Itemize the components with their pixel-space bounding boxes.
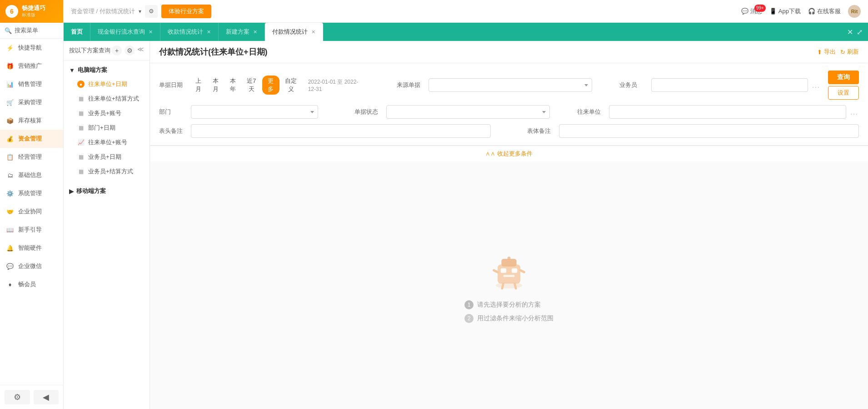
search-menu[interactable]: 🔍 搜索菜单	[0, 23, 63, 39]
sidebar-item-system[interactable]: ⚙️ 系统管理	[0, 184, 63, 202]
sidebar-items: ⚡ 快捷导航 🎁 营销推广 📊 销售管理 🛒 采购管理 📦 库存核算 💰 资金管…	[0, 39, 63, 293]
desktop-group-label: 电脑端方案	[78, 66, 107, 74]
scheme-item-salesman-account[interactable]: ▦业务员+账号	[64, 106, 150, 121]
app-download-action[interactable]: 📱 App下载	[769, 7, 801, 15]
breadcrumb-dropdown[interactable]: ▾	[139, 8, 141, 15]
app-label: App下载	[778, 7, 801, 15]
sidebar-item-enterprise[interactable]: 🤝 企业协同	[0, 202, 63, 221]
enterprise-label: 企业协同	[18, 207, 42, 216]
sidebar-item-basic-info[interactable]: 🗂 基础信息	[0, 166, 63, 184]
scheme-item-salesman-settle[interactable]: ▦业务员+结算方式	[64, 164, 150, 179]
query-button[interactable]: 查询	[828, 71, 859, 84]
purchase-label: 采购管理	[18, 98, 42, 106]
trial-button[interactable]: 体验行业方案	[161, 5, 211, 18]
date-btn-more[interactable]: 更多	[262, 76, 279, 95]
refresh-button[interactable]: ↻ 刷新	[840, 48, 859, 56]
desktop-scheme-group: ▼ 电脑端方案 ●往来单位+日期▦往来单位+结算方式▦业务员+账号▦部门+日期📈…	[64, 61, 150, 182]
tab-bank-flow[interactable]: 现金银行流水查询✕	[90, 23, 160, 41]
sidebar-item-guide[interactable]: 📖 新手引导	[0, 221, 63, 239]
tab-close-new-scheme[interactable]: ✕	[253, 29, 257, 35]
tab-close-bank-flow[interactable]: ✕	[149, 29, 153, 35]
side-panel-actions: + ⚙ ≪	[112, 45, 144, 56]
scheme-items: ●往来单位+日期▦往来单位+结算方式▦业务员+账号▦部门+日期📈往来单位+账号▦…	[64, 77, 150, 179]
settings-bottom-button[interactable]: ⚙	[5, 390, 30, 404]
empty-tip-2: 2 用过滤条件来缩小分析范围	[464, 314, 554, 323]
counterpart-label: 往来单位	[577, 108, 609, 116]
page-actions: ⬆ 导出 ↻ 刷新	[817, 48, 859, 56]
export-button[interactable]: ⬆ 导出	[817, 48, 836, 56]
source-select[interactable]	[429, 78, 592, 92]
smart-icon: 🔔	[5, 243, 15, 252]
scheme-item-salesman-date[interactable]: ▦业务员+日期	[64, 150, 150, 164]
date-btn-custom[interactable]: 自定义	[281, 76, 301, 95]
dept-select[interactable]	[191, 105, 318, 119]
scheme-settings-button[interactable]: ⚙	[125, 45, 135, 56]
salesman-settle-icon: ▦	[77, 168, 85, 175]
close-tab-button[interactable]: ✕	[847, 28, 853, 36]
maximize-button[interactable]: ⤢	[857, 28, 863, 36]
tab-close-receipt-stats[interactable]: ✕	[207, 29, 211, 35]
svg-rect-5	[501, 259, 516, 267]
sidebar-item-member[interactable]: ♦ 畅会员	[0, 275, 63, 293]
page-header: 付款情况统计(往来单位+日期) ⬆ 导出 ↻ 刷新	[150, 41, 868, 63]
date-btn-last-7-days[interactable]: 近7天	[243, 76, 260, 95]
scheme-item-counterpart-account[interactable]: 📈往来单位+账号	[64, 135, 150, 150]
sidebar-item-marketing[interactable]: 🎁 营销推广	[0, 57, 63, 75]
message-action[interactable]: 💬 消息 99+	[741, 7, 762, 15]
tip-number-2: 2	[464, 314, 474, 323]
sidebar-item-quick-nav[interactable]: ⚡ 快捷导航	[0, 39, 63, 57]
breadcrumb: 资金管理 / 付款情况统计	[71, 7, 135, 15]
date-range-value: 2022-01-01 至 2022-12-31	[308, 78, 360, 92]
collapse-bar[interactable]: ∧∧ 收起更多条件	[150, 146, 868, 162]
sales-label: 销售管理	[18, 80, 42, 88]
export-icon: ⬆	[817, 49, 822, 56]
doc-status-select[interactable]	[386, 105, 550, 119]
svg-rect-3	[512, 268, 518, 273]
collapse-label: 收起更多条件	[497, 150, 533, 157]
tabs-container: 首页现金银行流水查询✕收款情况统计✕新建方案✕付款情况统计✕	[64, 23, 323, 41]
header-note-input[interactable]	[191, 124, 491, 138]
desktop-group-header[interactable]: ▼ 电脑端方案	[64, 63, 150, 77]
sidebar-item-smart[interactable]: 🔔 智能硬件	[0, 239, 63, 257]
date-btn-this-year[interactable]: 本年	[225, 76, 241, 95]
sidebar-item-finance[interactable]: 💰 资金管理	[0, 130, 63, 148]
counterpart-dots[interactable]: …	[850, 107, 859, 117]
counterpart-settle-label: 往来单位+结算方式	[88, 95, 139, 103]
operation-icon: 📋	[5, 152, 15, 162]
body-note-input[interactable]	[559, 124, 859, 138]
add-scheme-button[interactable]: +	[112, 45, 122, 56]
date-btn-this-month[interactable]: 本月	[208, 76, 224, 95]
header-note-label: 表头备注	[159, 127, 191, 135]
collapse-side-panel-button[interactable]: ≪	[137, 45, 144, 56]
header-gear-button[interactable]: ⚙	[145, 5, 158, 18]
user-avatar[interactable]: Rit	[848, 5, 861, 18]
tab-close-payment-stats[interactable]: ✕	[311, 29, 315, 35]
tab-receipt-stats[interactable]: 收款情况统计✕	[160, 23, 219, 41]
scheme-item-dept-date[interactable]: ▦部门+日期	[64, 121, 150, 135]
sidebar-item-inventory[interactable]: 📦 库存核算	[0, 111, 63, 130]
purchase-icon: 🛒	[5, 98, 15, 107]
counterpart-input[interactable]	[609, 105, 846, 119]
salesman-input[interactable]	[651, 78, 808, 92]
settings-button[interactable]: 设置	[828, 86, 859, 100]
filter-row-2: 部门 单据状态 往来单位 …	[159, 105, 859, 119]
tab-payment-stats[interactable]: 付款情况统计✕	[265, 23, 323, 41]
date-btn-last-month[interactable]: 上月	[191, 76, 206, 95]
operation-label: 经营管理	[18, 153, 42, 161]
svg-line-8	[520, 270, 524, 272]
sidebar-item-purchase[interactable]: 🛒 采购管理	[0, 93, 63, 111]
scheme-item-counterpart-settle[interactable]: ▦往来单位+结算方式	[64, 91, 150, 106]
salesman-dots[interactable]: …	[812, 81, 821, 90]
collapse-sidebar-button[interactable]: ◀	[34, 390, 59, 404]
side-panel-title: 按以下方案查询	[69, 46, 110, 55]
scheme-item-counterpart-date[interactable]: ●往来单位+日期	[64, 77, 150, 91]
tab-new-scheme[interactable]: 新建方案✕	[219, 23, 265, 41]
tab-home[interactable]: 首页	[64, 23, 90, 41]
sidebar-item-operation[interactable]: 📋 经营管理	[0, 148, 63, 166]
date-buttons: 上月本月本年近7天更多自定义	[191, 76, 301, 95]
search-label: 搜索菜单	[15, 26, 38, 35]
service-action[interactable]: 🎧 在线客服	[808, 7, 841, 15]
mobile-group-header[interactable]: ▶ 移动端方案	[64, 184, 150, 198]
sidebar-item-sales[interactable]: 📊 销售管理	[0, 75, 63, 93]
sidebar-item-wechat[interactable]: 💬 企业微信	[0, 257, 63, 275]
